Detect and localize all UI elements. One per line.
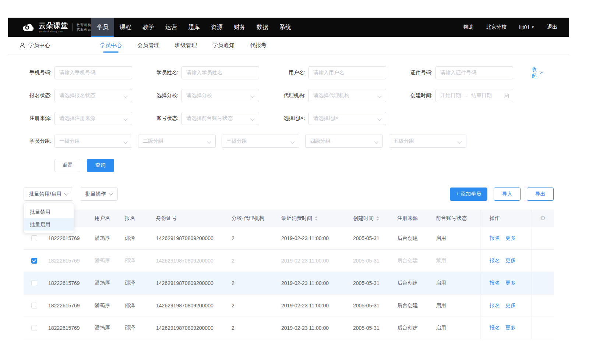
cell-idcard: 14262919870809200000 bbox=[156, 227, 232, 249]
nav-item-系统[interactable]: 系统 bbox=[274, 18, 297, 37]
more-link[interactable]: 更多 bbox=[505, 280, 516, 286]
group-select-level-2[interactable]: 二级分组 bbox=[138, 135, 216, 148]
menu-item-批量启用[interactable]: 批量启用 bbox=[24, 218, 74, 231]
chevron-down-icon bbox=[123, 139, 127, 143]
header-branch: 分校-代理机构 bbox=[232, 210, 281, 227]
placeholder-text: 一级分组 bbox=[59, 138, 80, 144]
table-toolbar: 批量禁用/启用 批量操作 + 添加学员 导入 导出 批量禁用批量启用 bbox=[24, 188, 554, 201]
tab-会员管理[interactable]: 会员管理 bbox=[130, 37, 167, 54]
header-consume[interactable]: 最近消费时间 bbox=[281, 210, 353, 227]
filter-row-1: 手机号码:请输入手机号码学员姓名:请输入学员姓名用户名:请输入用户名证件号码:请… bbox=[24, 66, 554, 79]
brand-domain: yunduoketang.com bbox=[39, 30, 68, 33]
gear-icon[interactable]: ⚙ bbox=[540, 214, 546, 222]
agency-select[interactable]: 请选择代理机构 bbox=[308, 89, 386, 102]
filter-label-student-name: 学员姓名: bbox=[151, 69, 179, 76]
create-time-date-range[interactable]: 开始日期–结束日期 bbox=[435, 89, 513, 102]
nav-item-教学[interactable]: 教学 bbox=[137, 18, 160, 37]
nav-item-学员[interactable]: 学员 bbox=[91, 18, 114, 37]
id-number-input[interactable]: 请输入证件号码 bbox=[435, 66, 513, 79]
nav-item-数据[interactable]: 数据 bbox=[251, 18, 274, 37]
menu-item-批量禁用[interactable]: 批量禁用 bbox=[24, 206, 74, 218]
register-source-select[interactable]: 请选择注册来源 bbox=[54, 112, 132, 125]
username-input[interactable]: 请输入用户名 bbox=[308, 66, 386, 79]
row-checkbox[interactable] bbox=[31, 325, 37, 331]
chevron-down-icon bbox=[290, 139, 294, 143]
nav-item-题库[interactable]: 题库 bbox=[183, 18, 205, 37]
cell-branch: 2 bbox=[232, 227, 281, 249]
nav-item-运营[interactable]: 运营 bbox=[160, 18, 183, 37]
enroll-link[interactable]: 报名 bbox=[490, 325, 500, 331]
chevron-down-icon bbox=[109, 191, 113, 195]
header-consume-label: 最近消费时间 bbox=[281, 215, 312, 222]
chevron-down-icon bbox=[377, 117, 381, 121]
row-checkbox[interactable] bbox=[31, 303, 37, 308]
cell-status: 启用 bbox=[436, 227, 480, 249]
enroll-link[interactable]: 报名 bbox=[490, 257, 500, 264]
nav-item-课程[interactable]: 课程 bbox=[114, 18, 137, 37]
navbar-right: 帮助 北京分校 lijt01 ▼ 退出 bbox=[463, 18, 557, 37]
batch-ops-dropdown[interactable]: 批量操作 bbox=[80, 188, 118, 201]
cell-consume: 2019-02-23 11:00:00 bbox=[281, 317, 353, 339]
export-button[interactable]: 导出 bbox=[527, 188, 554, 201]
cell-status: 启用 bbox=[436, 295, 480, 317]
row-checkbox[interactable] bbox=[31, 235, 37, 241]
row-checkbox-cell bbox=[24, 250, 48, 272]
placeholder-text: 请选择前台账号状态 bbox=[186, 115, 233, 122]
reset-button[interactable]: 重置 bbox=[54, 159, 80, 172]
row-checkbox[interactable] bbox=[31, 258, 37, 264]
enroll-status-select[interactable]: 请选择报名状态 bbox=[54, 89, 132, 102]
tab-代报考[interactable]: 代报考 bbox=[242, 37, 274, 54]
header-settings[interactable]: ⚙ bbox=[532, 210, 554, 227]
cell-phone: 18222615769 bbox=[48, 317, 95, 339]
cell-consume: 2019-02-23 11:00:00 bbox=[281, 250, 353, 272]
batch-toggle-dropdown[interactable]: 批量禁用/启用 bbox=[24, 188, 73, 201]
import-button[interactable]: 导入 bbox=[494, 188, 521, 201]
more-link[interactable]: 更多 bbox=[505, 257, 516, 264]
branch-link[interactable]: 北京分校 bbox=[486, 24, 507, 31]
tab-学员通知[interactable]: 学员通知 bbox=[205, 37, 242, 54]
group-select-level-5[interactable]: 五级分组 bbox=[389, 135, 466, 148]
section-title: 学员中心 bbox=[19, 42, 50, 49]
enroll-link[interactable]: 报名 bbox=[490, 235, 500, 242]
sort-icon[interactable] bbox=[376, 216, 379, 221]
collapse-filters-link[interactable]: 收起 bbox=[532, 66, 542, 79]
placeholder-text: 请选择分校 bbox=[186, 92, 212, 99]
cell-enroll: 邵泽 bbox=[125, 227, 156, 249]
help-link[interactable]: 帮助 bbox=[463, 24, 473, 31]
enroll-link[interactable]: 报名 bbox=[490, 302, 500, 309]
group-select-level-3[interactable]: 三级分组 bbox=[222, 135, 299, 148]
filter-label-branch-school: 选择分校: bbox=[151, 92, 179, 99]
students-table: 用户名 报名 身份证号 分校-代理机构 最近消费时间 创建时间 注册来源 前台账… bbox=[24, 210, 554, 339]
header-created[interactable]: 创建时间 bbox=[353, 210, 397, 227]
row-checkbox[interactable] bbox=[31, 280, 37, 286]
tab-班级管理[interactable]: 班级管理 bbox=[167, 37, 205, 54]
chevron-down-icon bbox=[123, 94, 127, 98]
enroll-link[interactable]: 报名 bbox=[490, 280, 500, 286]
brand-logo: 云朵课堂 yunduoketang.com 教育机构一站 式服务云平台 bbox=[8, 22, 99, 33]
student-name-input[interactable]: 请输入学员姓名 bbox=[181, 66, 259, 79]
add-student-button[interactable]: + 添加学员 bbox=[450, 188, 487, 201]
logout-link[interactable]: 退出 bbox=[547, 24, 557, 31]
nav-item-资源[interactable]: 资源 bbox=[205, 18, 228, 37]
top-navbar: 云朵课堂 yunduoketang.com 教育机构一站 式服务云平台 学员课程… bbox=[8, 18, 569, 37]
more-link[interactable]: 更多 bbox=[505, 325, 516, 331]
cell-gear-spacer bbox=[532, 250, 554, 272]
account-status-select[interactable]: 请选择前台账号状态 bbox=[181, 112, 259, 125]
region-select[interactable]: 请选择地区 bbox=[308, 112, 386, 125]
search-button[interactable]: 查询 bbox=[87, 159, 114, 172]
group-select-level-4[interactable]: 四级分组 bbox=[305, 135, 383, 148]
more-link[interactable]: 更多 bbox=[505, 302, 516, 309]
cell-source: 后台创建 bbox=[397, 317, 436, 339]
group-select-level-1[interactable]: 一级分组 bbox=[54, 135, 132, 148]
nav-item-财务[interactable]: 财务 bbox=[228, 18, 251, 37]
branch-school-select[interactable]: 请选择分校 bbox=[181, 89, 259, 102]
user-menu[interactable]: lijt01 ▼ bbox=[519, 24, 535, 30]
more-link[interactable]: 更多 bbox=[505, 235, 516, 242]
phone-input[interactable]: 请输入手机号码 bbox=[54, 66, 132, 79]
subnav-tabs: 学员中心会员管理班级管理学员通知代报考 bbox=[92, 37, 274, 54]
chevron-down-icon bbox=[374, 139, 378, 143]
table-row: 18222615769潘筠厚邵泽142629198708092000002201… bbox=[24, 227, 554, 249]
tab-学员中心[interactable]: 学员中心 bbox=[92, 37, 130, 54]
sort-icon[interactable] bbox=[315, 216, 318, 221]
placeholder-text: 请输入学员姓名 bbox=[186, 69, 222, 76]
